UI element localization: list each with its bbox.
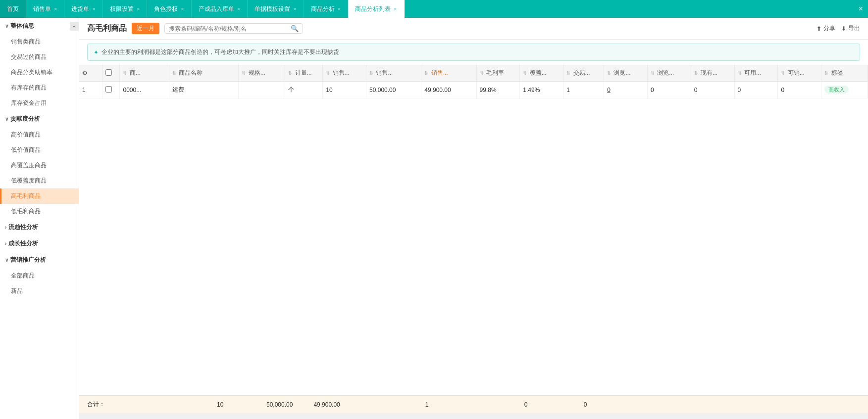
scroll-inner [79,416,868,417]
search-input[interactable] [169,25,291,32]
col-sales-qty[interactable]: ⇅ 销售... [323,65,366,82]
sidebar-group-trend[interactable]: › 流趋性分析 [0,219,79,235]
sidebar-item-high-margin[interactable]: 高毛利商品 [0,188,79,204]
close-roles-tab[interactable]: × [181,6,184,12]
search-icon[interactable]: 🔍 [291,25,299,32]
table-wrapper[interactable]: ⚙ ⇅ 商... ⇅ 商品名称 [79,65,868,395]
cell-browse1[interactable]: 0 [604,82,648,98]
close-template-tab[interactable]: × [293,6,296,12]
sidebar-item-high-coverage[interactable]: 高覆盖度商品 [0,158,79,173]
sort-icon: ⇅ [566,71,570,76]
nav-item-roles[interactable]: 角色授权 × [147,0,191,18]
col-name[interactable]: ⇅ 商品名称 [169,65,239,82]
sidebar-item-high-value[interactable]: 高价值商品 [0,127,79,142]
col-spec[interactable]: ⇅ 规格... [239,65,285,82]
settings-icon[interactable]: ⚙ [82,70,88,77]
sort-icon: ⇅ [480,71,484,76]
sidebar-item-new-goods[interactable]: 新品 [0,283,79,299]
export-icon: ⬇ [841,25,846,32]
select-all-checkbox[interactable] [105,69,112,76]
cell-checkbox [102,82,120,98]
close-inbound-tab[interactable]: × [237,6,240,12]
row-checkbox[interactable] [105,86,112,93]
close-analysis-tab[interactable]: × [338,6,341,12]
col-sales-profit[interactable]: ⇅ 销售... [421,65,476,82]
sidebar-item-in-stock[interactable]: 有库存的商品 [0,80,79,95]
col-sales-amount[interactable]: ⇅ 销售... [366,65,421,82]
sidebar-item-low-value[interactable]: 低价值商品 [0,142,79,158]
footer-trade: 1 [422,401,452,408]
cell-coverage: 1.49% [520,82,563,98]
col-code[interactable]: ⇅ 商... [120,65,169,82]
sidebar-item-traded-goods[interactable]: 交易过的商品 [0,49,79,65]
top-navigation: 首页 销售单 × 进货单 × 权限设置 × 角色授权 × 产成品入库单 × 单据… [0,0,868,18]
close-sales-tab[interactable]: × [54,6,57,12]
col-checkbox [102,65,120,82]
col-unit[interactable]: ⇅ 计量... [285,65,323,82]
content-area: 高毛利商品 近一月 🔍 ⬆ 分享 ⬇ 导出 ✦ 企业的主要的利润都是这部分商品创… [79,18,868,419]
col-trade[interactable]: ⇅ 交易... [563,65,604,82]
sort-icon: ⇅ [651,71,655,76]
sidebar-item-sales-goods[interactable]: 销售类商品 [0,34,79,49]
sidebar-item-low-margin[interactable]: 低毛利商品 [0,204,79,219]
sidebar-item-low-coverage[interactable]: 低覆盖度商品 [0,173,79,188]
sidebar-item-category-rate[interactable]: 商品分类助销率 [0,65,79,80]
col-sellable[interactable]: ⇅ 可销... [778,65,821,82]
close-purchase-tab[interactable]: × [92,6,95,12]
nav-item-template[interactable]: 单据模板设置 × [248,0,304,18]
tip-bar: ✦ 企业的主要的利润都是这部分商品创造的，可考虑加大推广，同时关注库存是不要出现… [87,44,860,61]
sort-icon: ⇅ [523,71,527,76]
nav-item-home[interactable]: 首页 [0,0,26,18]
close-analysis-list-tab[interactable]: × [394,6,397,12]
sidebar-item-all-goods[interactable]: 全部商品 [0,268,79,283]
col-browse2[interactable]: ⇅ 浏览... [647,65,691,82]
col-index: ⚙ [79,65,102,82]
col-gross-margin[interactable]: ⇅ 毛利率 [476,65,520,82]
nav-item-analysis-list[interactable]: 商品分析列表 × [348,0,404,18]
cell-index: 1 [79,82,102,98]
cell-trade: 1 [563,82,604,98]
footer-label: 合计： [87,400,105,409]
share-icon: ⬆ [817,25,821,32]
cell-sales-profit: 49,900.00 [421,82,476,98]
export-button[interactable]: ⬇ 导出 [841,24,860,33]
sort-icon: ⇅ [326,71,330,76]
arrow-icon: ∨ [5,23,8,29]
data-table: ⚙ ⇅ 商... ⇅ 商品名称 [79,65,868,98]
table-header-row: ⚙ ⇅ 商... ⇅ 商品名称 [79,65,868,82]
cell-browse2: 0 [647,82,691,98]
share-button[interactable]: ⬆ 分享 [817,24,835,33]
sidebar-collapse-button[interactable]: « [70,22,79,31]
horizontal-scrollbar[interactable] [79,413,868,419]
nav-item-sales[interactable]: 销售单 × [26,0,64,18]
browse1-link[interactable]: 0 [607,87,611,93]
arrow-icon: ∨ [5,116,8,122]
cell-available: 0 [734,82,778,98]
close-permissions-tab[interactable]: × [137,6,140,12]
sort-icon: ⇅ [242,71,246,76]
sidebar-group-overall[interactable]: ∨ 整体信息 [0,18,79,34]
header-actions: ⬆ 分享 ⬇ 导出 [817,24,860,33]
col-coverage[interactable]: ⇅ 覆盖... [520,65,563,82]
col-tag[interactable]: ⇅ 标签 [821,65,868,82]
col-browse1[interactable]: ⇅ 浏览... [604,65,648,82]
nav-item-analysis[interactable]: 商品分析 × [304,0,348,18]
nav-item-permissions[interactable]: 权限设置 × [103,0,147,18]
footer-cells: 10 50,000.00 49,900.00 1 0 0 [115,401,860,408]
sidebar-group-contribution[interactable]: ∨ 贡献度分析 [0,111,79,127]
col-current-stock[interactable]: ⇅ 现有... [691,65,734,82]
sort-icon: ⇅ [781,71,785,76]
period-button[interactable]: 近一月 [132,23,159,34]
close-all-tabs[interactable]: × [859,4,863,13]
col-available[interactable]: ⇅ 可用... [734,65,778,82]
sort-icon: ⇅ [288,71,292,76]
arrow-icon: › [5,241,6,246]
tip-icon: ✦ [94,49,99,56]
sidebar-group-growth[interactable]: › 成长性分析 [0,235,79,252]
nav-item-inbound[interactable]: 产成品入库单 × [192,0,248,18]
cell-sales-qty: 10 [323,82,366,98]
nav-item-purchase[interactable]: 进货单 × [64,0,102,18]
content-header: 高毛利商品 近一月 🔍 ⬆ 分享 ⬇ 导出 [79,18,868,40]
sidebar-item-stock-capital[interactable]: 库存资金占用 [0,95,79,111]
sidebar-group-marketing[interactable]: ∨ 营销推广分析 [0,252,79,268]
